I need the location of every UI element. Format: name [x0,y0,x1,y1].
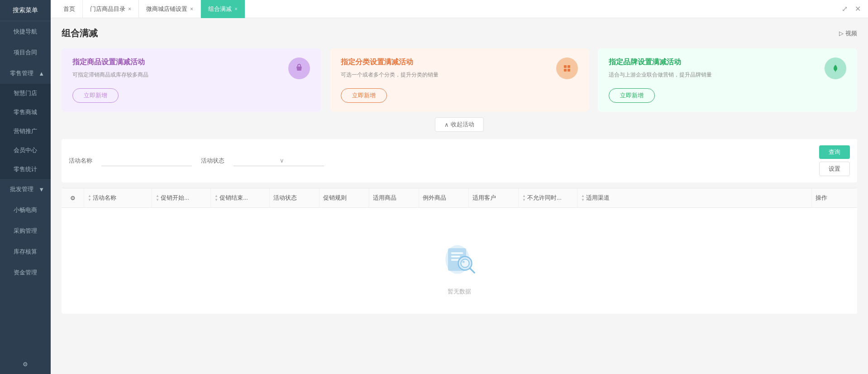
card-category-add-button[interactable]: 立即新增 [341,88,387,103]
svg-rect-10 [451,252,463,254]
filter-name-label: 活动名称 [69,157,92,165]
sidebar-item-wholesale-mgmt[interactable]: 批发管理 ▼ [0,179,51,200]
chevron-down-icon: ∨ [280,157,324,164]
th-name-label: 活动名称 [93,194,116,202]
th-end[interactable]: ▲ ▼ 促销结束... [211,188,270,207]
th-channel-label: 适用渠道 [586,194,610,202]
table-wrap: ⚙ ▲ ▼ 活动名称 ▲ ▼ 促销开始... [62,188,857,314]
sort-desc-icon: ▼ [581,198,585,202]
collapse-activities-button[interactable]: ∧ 收起活动 [435,117,484,132]
th-status: 活动状态 [270,188,320,207]
setting-button[interactable]: 设置 [819,162,850,176]
filter-status-label: 活动状态 [201,157,224,165]
tab-store-catalog[interactable]: 门店商品目录 × [83,0,139,18]
tab-close-icon[interactable]: × [234,6,238,12]
empty-illustration [437,235,482,280]
table-header: ⚙ ▲ ▼ 活动名称 ▲ ▼ 促销开始... [62,188,857,208]
th-status-label: 活动状态 [273,194,297,202]
sidebar-item-xcpay[interactable]: 小畅电商 [0,200,51,221]
sort-desc-icon: ▼ [88,198,91,202]
th-goods: 适用商品 [369,188,419,207]
sort-asc-icon: ▲ [88,194,91,198]
sidebar-settings-button[interactable]: ⚙ [0,355,51,374]
th-name[interactable]: ▲ ▼ 活动名称 [84,188,152,207]
tab-wechat-store[interactable]: 微商城店铺设置 × [139,0,201,18]
tab-close-icon[interactable]: × [190,6,193,12]
sidebar-item-label: 采购管理 [14,227,37,235]
sidebar-item-project-contract[interactable]: 项目合同 [0,42,51,63]
sort-asc-icon: ▲ [215,194,218,198]
tab-combo-discount[interactable]: 组合满减 × [201,0,245,18]
video-label: 视频 [845,29,857,38]
collapse-label: 收起活动 [451,120,474,129]
sidebar-item-label: 会员中心 [14,147,37,153]
sidebar-item-purchase-mgmt[interactable]: 采购管理 [0,221,51,241]
sort-arrows: ▲ ▼ [156,194,159,202]
svg-rect-2 [564,65,567,68]
th-op-label: 操作 [816,194,827,202]
svg-line-15 [470,268,474,273]
sidebar-item-label: 零售管理 [6,69,37,77]
sidebar-item-label: 零售统计 [14,166,37,173]
sort-arrows: ▲ ▼ [581,194,585,202]
window-controls: ⤢ ✕ [840,4,863,14]
th-start[interactable]: ▲ ▼ 促销开始... [152,188,211,207]
cards-row: 指定商品设置满减活动 可指定滞销商品或库存较多商品 立即新增 指定分类设置满减活… [62,48,857,112]
sidebar-item-label: 批发管理 [6,185,37,193]
card-category-title: 指定分类设置满减活动 [341,58,578,67]
card-goods-icon [288,58,310,79]
card-goods-add-button[interactable]: 立即新增 [72,88,119,103]
th-channel[interactable]: ▲ ▼ 适用渠道 [577,188,812,207]
chevron-up-icon: ▲ [38,70,44,77]
chevron-down-icon: ▼ [38,186,44,193]
sort-desc-icon: ▼ [522,198,526,202]
filter-name-input[interactable] [101,155,192,166]
tab-bar: 首页 门店商品目录 × 微商城店铺设置 × 组合满减 × ⤢ ✕ [51,0,868,18]
close-icon[interactable]: ✕ [853,4,863,14]
sidebar-item-retail-stats[interactable]: 零售统计 [0,160,51,179]
gear-icon: ⚙ [70,195,76,201]
card-brand-title: 指定品牌设置满减活动 [609,58,846,67]
filter-actions: 查询 设置 [819,145,850,176]
expand-icon[interactable]: ⤢ [840,4,849,14]
query-button[interactable]: 查询 [819,145,850,159]
sidebar-item-inventory[interactable]: 库存核算 [0,241,51,262]
tab-close-icon[interactable]: × [128,6,131,12]
sidebar-item-label: 营销推广 [14,128,37,134]
sidebar-item-label: 小畅电商 [14,206,37,214]
sidebar-item-label: 快捷导航 [14,28,37,36]
card-brand-desc: 适合与上游企业联合做营销，提升品牌销量 [609,71,846,79]
sidebar-item-retail-mgmt[interactable]: 零售管理 ▲ [0,63,51,84]
filter-status-select[interactable]: ∨ [234,155,324,166]
chevron-up-icon: ∧ [444,121,449,128]
card-goods-title: 指定商品设置满减活动 [72,58,310,67]
sort-desc-icon: ▼ [156,198,159,202]
tab-label: 组合满减 [208,5,232,13]
sidebar: 搜索菜单 快捷导航 项目合同 零售管理 ▲ 智慧门店 零售商城 营销推广 会员中… [0,0,51,374]
card-brand-add-button[interactable]: 立即新增 [609,88,655,103]
sidebar-item-marketing[interactable]: 营销推广 [0,122,51,141]
sort-asc-icon: ▲ [156,194,159,198]
sidebar-search[interactable]: 搜索菜单 [0,0,51,21]
sidebar-item-label: 智慧门店 [14,90,37,96]
th-icon[interactable]: ⚙ [62,188,84,207]
th-notallow[interactable]: ▲ ▼ 不允许同时... [519,188,577,207]
sidebar-item-finance-mgmt[interactable]: 资金管理 [0,262,51,283]
sort-arrows: ▲ ▼ [88,194,91,202]
card-category-desc: 可选一个或者多个分类，提升分类的销量 [341,71,578,79]
svg-rect-4 [564,69,567,72]
sort-asc-icon: ▲ [581,194,585,198]
th-except: 例外商品 [419,188,469,207]
tab-home[interactable]: 首页 [56,0,83,18]
sidebar-item-smart-store[interactable]: 智慧门店 [0,84,51,103]
tab-label: 首页 [63,5,75,13]
sidebar-item-label: 库存核算 [14,248,37,256]
card-goods-desc: 可指定滞销商品或库存较多商品 [72,71,310,79]
sidebar-item-retail-mall[interactable]: 零售商城 [0,103,51,122]
video-link[interactable]: ▷ 视频 [839,29,857,38]
sidebar-item-member-center[interactable]: 会员中心 [0,141,51,160]
sidebar-item-label: 零售商城 [14,109,37,115]
sidebar-item-label: 项目合同 [14,48,37,57]
sidebar-item-quick-nav[interactable]: 快捷导航 [0,21,51,42]
card-category: 指定分类设置满减活动 可选一个或者多个分类，提升分类的销量 立即新增 [330,48,589,112]
